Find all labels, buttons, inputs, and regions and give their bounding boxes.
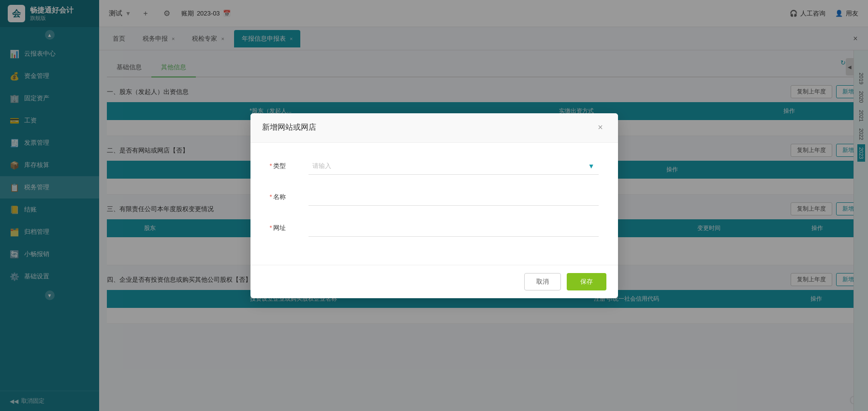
type-input-wrapper: ▼ [309,157,599,175]
name-input[interactable] [309,188,599,206]
name-input-wrapper [309,188,599,206]
dropdown-arrow-icon[interactable]: ▼ [588,162,595,170]
add-website-modal: 新增网站或网店 × *类型 ▼ *名称 [250,113,618,298]
modal-footer: 取消 保存 [250,265,618,298]
modal-body: *类型 ▼ *名称 *网址 [250,143,618,265]
modal-close-btn[interactable]: × [595,122,606,134]
url-label: *网址 [270,224,309,232]
form-row-type: *类型 ▼ [270,157,599,175]
modal-header: 新增网站或网店 × [250,113,618,143]
form-row-name: *名称 [270,188,599,206]
type-input[interactable] [309,157,599,175]
form-row-url: *网址 [270,219,599,237]
name-label: *名称 [270,193,309,201]
type-label: *类型 [270,162,309,170]
url-input[interactable] [309,219,599,237]
save-button[interactable]: 保存 [567,273,606,290]
modal-overlay: 新增网站或网店 × *类型 ▼ *名称 [0,0,868,411]
cancel-button[interactable]: 取消 [524,273,561,290]
url-input-wrapper [309,219,599,237]
modal-title: 新增网站或网店 [262,122,316,133]
